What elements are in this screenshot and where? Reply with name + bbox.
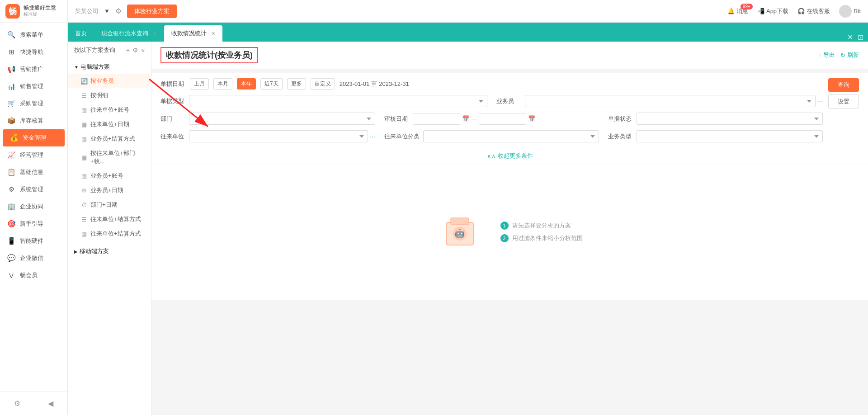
scheme-item-by-salesperson[interactable]: 🔄 按业务员 (68, 74, 151, 88)
tab-bank[interactable]: 现金银行流水查询 ✕ (94, 25, 164, 42)
filter-area: 单据日期 上月 本月 本年 近7天 更多 自定义 2023-01-01 至 20… (151, 73, 868, 164)
collapse-panel-icon[interactable]: « (141, 47, 145, 54)
scheme-group-desktop-title[interactable]: ▼ 电脑端方案 (68, 60, 151, 74)
breadcrumb-dropdown[interactable]: ▼ (104, 8, 110, 14)
more-date-btn[interactable]: 更多 (287, 78, 306, 90)
right-panel: 收款情况统计(按业务员) ↑ 导出 ↻ 刷新 (151, 42, 868, 415)
search-icon: 🔍 (7, 31, 15, 39)
partner-more-icon[interactable]: ··· (370, 133, 375, 140)
doc-type-select[interactable] (189, 95, 487, 107)
this-year-btn[interactable]: 本年 (237, 78, 256, 90)
scheme-item-salesperson-date[interactable]: ⚙ 业务员+日期 (68, 183, 151, 198)
sidebar-item-search[interactable]: 🔍 搜索菜单 (0, 26, 67, 43)
cal-icon-start[interactable]: 📅 (462, 115, 469, 122)
doc-salesperson-row: 单据类型 业务员 (160, 95, 823, 107)
add-scheme-icon[interactable]: + (126, 47, 130, 54)
collapse-bar[interactable]: ∧∧ 收起更多条件 (160, 148, 859, 164)
salesperson-input[interactable] (525, 95, 816, 107)
sidebar-item-inventory[interactable]: 📦 库存核算 (0, 112, 67, 129)
sidebar-item-sales[interactable]: 📊 销售管理 (0, 78, 67, 95)
dept-select[interactable] (189, 113, 375, 125)
scheme-item-unit-date[interactable]: ▦ 往来单位+日期 (68, 117, 151, 132)
tab-collection-close-icon[interactable]: ✕ (211, 31, 215, 37)
sidebar-item-quicknav[interactable]: ⊞ 快捷导航 (0, 43, 67, 61)
online-service-btn[interactable]: 🎧 在线客服 (797, 7, 830, 15)
date-label: 单据日期 (160, 80, 185, 88)
page-title-bar: 收款情况统计(按业务员) ↑ 导出 ↻ 刷新 (151, 42, 868, 69)
partner-input[interactable] (189, 130, 368, 142)
collapse-sidebar-icon[interactable]: ◀ (45, 396, 56, 410)
sidebar-item-finance[interactable]: 💰 资金管理 (3, 129, 65, 146)
scheme-item-unit-settle1[interactable]: ☰ 往来单位+结算方式 (68, 212, 151, 226)
app-download-btn[interactable]: 📲 App下载 (757, 7, 788, 15)
money-icon: 💰 (10, 134, 18, 142)
date-range-display: 2023-01-01 至 2023-12-31 (340, 80, 409, 88)
custom-date-btn[interactable]: 自定义 (311, 78, 335, 90)
this-month-btn[interactable]: 本月 (213, 78, 232, 90)
solution-btn[interactable]: 体验行业方案 (127, 5, 177, 18)
grid4-icon: ▦ (80, 230, 88, 237)
sidebar-item-basic[interactable]: 📋 基础信息 (0, 164, 67, 181)
scheme-item-unit-settle2[interactable]: ▦ 往来单位+结算方式 (68, 226, 151, 241)
tab-maximize-icon[interactable]: ⊡ (858, 33, 863, 42)
sidebar-item-wechat[interactable]: 💬 企业微信 (0, 250, 67, 267)
tab-bank-close-icon[interactable]: ✕ (153, 31, 157, 37)
last7days-btn[interactable]: 近7天 (260, 78, 283, 90)
online-service-label: 在线客服 (807, 7, 830, 15)
notification-badge: 99+ (741, 4, 753, 9)
partner-category-select[interactable] (423, 130, 599, 142)
tab-home[interactable]: 首页 (68, 25, 94, 42)
review-date-start-input[interactable]: yyyy-mm-dd (413, 113, 460, 125)
user-avatar-btn[interactable]: Rit (839, 5, 861, 18)
table2-icon: ▦ (80, 121, 88, 128)
content-area: 🤖 1 请先选择要分析的方案 2 用过滤条件来缩小分析范围 (151, 164, 868, 300)
scheme-settings-icon[interactable]: ⚙ (132, 47, 138, 54)
grid-icon: ⊞ (7, 48, 15, 56)
sidebar-item-operation[interactable]: 📈 经营管理 (0, 146, 67, 164)
top-header: 某某公司 ▼ ⚙ 体验行业方案 🔔 消息 99+ 📲 App下载 🎧 在线客服 (68, 0, 868, 23)
business-type-select[interactable] (637, 130, 823, 142)
setting-btn[interactable]: 设置 (828, 94, 859, 109)
partner-label: 往来单位 (160, 132, 185, 141)
query-btn[interactable]: 查询 (828, 78, 859, 92)
scheme-item-by-detail[interactable]: ☰ 按明细 (68, 88, 151, 103)
scheme-item-dept-date[interactable]: ⏱ 部门+日期 (68, 198, 151, 212)
sidebar-item-guide[interactable]: 🎯 新手引导 (0, 215, 67, 232)
notification-btn[interactable]: 🔔 消息 99+ (727, 7, 748, 15)
scheme-item-unit-dept-collect[interactable]: ▦ 按往来单位+部门+收... (68, 146, 151, 169)
target-icon: 🎯 (7, 220, 15, 228)
phone-icon: 📱 (7, 237, 15, 245)
scheme-item-salesperson-settle[interactable]: ▦ 业务员+结算方式 (68, 132, 151, 146)
tab-collection[interactable]: 收款情况统计 ✕ (164, 25, 222, 42)
review-date-end-input[interactable]: yyyy-mm-dd (479, 113, 526, 125)
sidebar-item-marketing[interactable]: 📢 营销推广 (0, 61, 67, 78)
empty-illustration: 🤖 (437, 209, 482, 255)
cart-icon: 🛒 (7, 99, 15, 108)
logo-icon: 畅 (5, 4, 20, 19)
salesperson-more-icon[interactable]: ··· (817, 98, 823, 105)
scheme-group-mobile-title[interactable]: ▶ 移动端方案 (68, 245, 151, 258)
export-btn[interactable]: ↑ 导出 (819, 51, 835, 59)
date-filter-row: 单据日期 上月 本月 本年 近7天 更多 自定义 2023-01-01 至 20… (160, 78, 823, 90)
cal-icon-end[interactable]: 📅 (528, 115, 535, 122)
scheme-item-unit-account[interactable]: ▦ 往来单位+账号 (68, 103, 151, 117)
refresh-btn[interactable]: ↻ 刷新 (840, 51, 859, 59)
doc-status-select[interactable] (637, 113, 823, 125)
header-gear-icon[interactable]: ⚙ (115, 7, 122, 15)
prev-month-btn[interactable]: 上月 (190, 78, 209, 90)
logo-area: 畅 畅捷通好生意 标准版 (0, 0, 67, 23)
scheme-group-mobile: ▶ 移动端方案 (68, 243, 151, 260)
sidebar-item-system[interactable]: ⚙ 系统管理 (0, 181, 67, 198)
sidebar-item-enterprise[interactable]: 🏢 企业协同 (0, 198, 67, 215)
scheme-group-desktop: ▼ 电脑端方案 🔄 按业务员 ☰ 按明细 ▦ 往来单位+账号 ▦ 往来单位 (68, 58, 151, 243)
settings-bottom-icon[interactable]: ⚙ (11, 396, 23, 410)
logo-text: 畅捷通好生意 (24, 5, 56, 12)
sidebar-item-purchase[interactable]: 🛒 采购管理 (0, 95, 67, 112)
date-range-sep: 至 (371, 80, 377, 88)
sidebar-item-member[interactable]: V 畅会员 (0, 267, 67, 284)
chevron-down-icon: ▼ (104, 8, 110, 14)
bell-icon: 🔔 (727, 8, 735, 14)
sidebar-item-hardware[interactable]: 📱 智能硬件 (0, 232, 67, 250)
scheme-item-salesperson-account[interactable]: ▦ 业务员+账号 (68, 169, 151, 183)
tab-close-all-icon[interactable]: ✕ (847, 33, 853, 42)
